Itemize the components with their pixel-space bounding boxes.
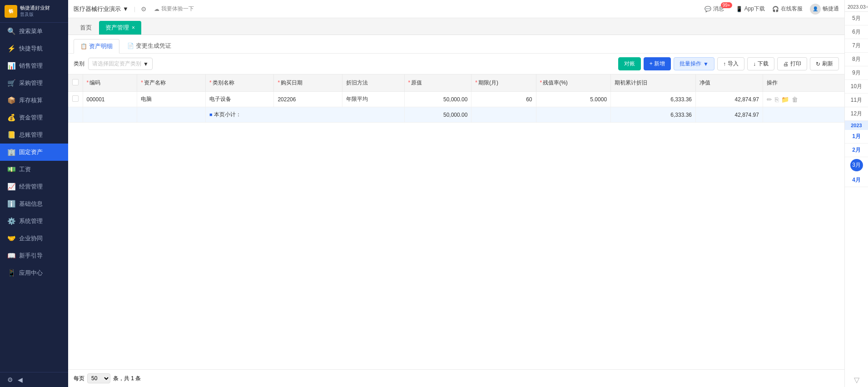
app-download-label: App下载	[744, 5, 765, 13]
settings-icon[interactable]: ⚙	[7, 376, 13, 383]
subtotal-empty3	[137, 107, 206, 123]
edit-icon[interactable]: ✏	[767, 96, 772, 103]
sidebar-item-sales[interactable]: 📊销售管理	[0, 57, 68, 74]
table-header-row: *编码 *资产名称 *类别名称 *购买日期 折旧方法 *原值 *期限(月) *残…	[68, 74, 844, 92]
copy-icon[interactable]: ⎘	[775, 96, 779, 103]
category-select[interactable]: 请选择固定资产类别 ▼	[88, 58, 153, 70]
sidebar-item-system[interactable]: ⚙️系统管理	[0, 213, 68, 230]
rp-month-item[interactable]: 8月	[845, 53, 868, 66]
rp-month-item[interactable]: 2月	[845, 144, 868, 157]
sidebar-item-guide[interactable]: 📖新手引导	[0, 247, 68, 264]
sidebar-item-basic-info[interactable]: ℹ️基础信息	[0, 195, 68, 213]
user-name: 畅捷通	[823, 5, 839, 13]
user-menu[interactable]: 👤 畅捷通	[810, 4, 839, 15]
rp-month-item[interactable]: 7月	[845, 39, 868, 53]
rp-month-item[interactable]: 1月	[845, 130, 868, 144]
sub-tabs: 📋 资产明细 📄 变更生成凭证	[68, 35, 844, 54]
sub-tab-voucher[interactable]: 📄 变更生成凭证	[120, 39, 178, 53]
rp-month-item[interactable]: 12月	[845, 107, 868, 121]
filter-placeholder: 请选择固定资产类别	[92, 60, 141, 68]
system-icon: ⚙️	[7, 217, 15, 225]
print-label: 打印	[790, 60, 801, 68]
header-category: *类别名称	[205, 74, 274, 92]
archive-icon[interactable]: 📁	[781, 96, 789, 103]
sidebar-item-fund[interactable]: 💰资金管理	[0, 109, 68, 126]
sidebar-item-app-center[interactable]: 📱应用中心	[0, 264, 68, 282]
sidebar-scroll: 🔍搜索菜单⚡快捷导航📊销售管理🛒采购管理📦库存核算💰资金管理📒总账管理🏢固定资产…	[0, 23, 68, 372]
sidebar-item-payroll[interactable]: 💵工资	[0, 161, 68, 178]
sidebar-item-enterprise[interactable]: 🤝企业协同	[0, 230, 68, 247]
import-icon: ↑	[723, 61, 726, 67]
row-checkbox-cell	[68, 92, 83, 107]
tab-asset-management[interactable]: 资产管理 ×	[99, 21, 141, 35]
reconcile-button[interactable]: 对账	[618, 57, 641, 70]
rp-month-item[interactable]: 9月	[845, 66, 868, 80]
asset-detail-icon: 📋	[80, 43, 87, 50]
payroll-icon: 💵	[7, 165, 15, 174]
download-button[interactable]: ↓ 下载	[747, 57, 774, 70]
cell-initial-accumulated: 6,333.36	[611, 92, 696, 107]
logo-text: 畅捷通好业财	[20, 5, 50, 11]
sidebar-item-inventory[interactable]: 📦库存核算	[0, 92, 68, 109]
sidebar-item-label: 销售管理	[19, 62, 43, 70]
rp-close-icon[interactable]: ×	[866, 4, 868, 10]
toolbar-right: 对账 + 新增 批量操作 ▼ ↑ 导入 ↓ 下载 🖨 打印	[618, 57, 839, 70]
rp-month-item[interactable]: 3月	[850, 159, 863, 172]
sidebar-item-fixed-asset[interactable]: 🏢固定资产	[0, 144, 68, 161]
topbar-divider: |	[134, 6, 135, 12]
sub-tab-voucher-label: 变更生成凭证	[136, 42, 171, 50]
rp-month-item[interactable]: 5月	[845, 12, 868, 25]
subtotal-empty5	[536, 107, 611, 123]
rp-down-icon[interactable]: ▽	[854, 376, 859, 384]
asset-table-wrap: *编码 *资产名称 *类别名称 *购买日期 折旧方法 *原值 *期限(月) *残…	[68, 74, 844, 369]
rp-month-item[interactable]: 11月	[845, 94, 868, 107]
sub-tab-asset-detail[interactable]: 📋 资产明细	[74, 39, 119, 54]
page-size-select[interactable]: 50 10 20 100	[87, 373, 110, 383]
app-download-button[interactable]: 📱 App下载	[736, 5, 765, 13]
rp-header: 2023.03 × ⟩	[845, 2, 868, 12]
experience-button[interactable]: ☁ 我要体验一下	[154, 5, 194, 13]
add-button[interactable]: + 新增	[644, 57, 671, 70]
message-icon: 💬	[704, 6, 711, 12]
sidebar-item-quick-nav[interactable]: ⚡快捷导航	[0, 40, 68, 57]
rp-month-item[interactable]: 10月	[845, 80, 868, 94]
settings-gear-icon[interactable]: ⚙	[141, 5, 147, 13]
tab-home-label: 首页	[80, 24, 92, 31]
cell-action: ✏ ⎘ 📁 🗑	[763, 92, 844, 107]
basic-info-icon: ℹ️	[7, 200, 15, 208]
sidebar-item-label: 新手引导	[19, 252, 43, 260]
tab-home[interactable]: 首页	[74, 21, 98, 35]
collapse-icon[interactable]: ◀	[18, 376, 23, 383]
sidebar-item-ledger[interactable]: 📒总账管理	[0, 126, 68, 144]
header-checkbox[interactable]	[72, 79, 79, 85]
quick-nav-icon: ⚡	[7, 45, 15, 53]
sidebar-item-label: 固定资产	[19, 148, 43, 156]
import-button[interactable]: ↑ 导入	[717, 57, 744, 70]
sidebar-item-label: 应用中心	[19, 269, 43, 277]
print-button[interactable]: 🖨 打印	[777, 57, 807, 70]
download-icon: 📱	[736, 6, 743, 12]
rp-month-item[interactable]: 6月	[845, 25, 868, 39]
message-button[interactable]: 💬 消息 99+	[704, 5, 729, 13]
subtotal-empty6	[763, 107, 844, 123]
sidebar-bottom: ⚙ ◀	[0, 372, 68, 387]
sidebar-item-business[interactable]: 📈经营管理	[0, 178, 68, 195]
sidebar-item-label: 搜索菜单	[19, 27, 43, 35]
batch-button[interactable]: 批量操作 ▼	[674, 57, 714, 70]
tab-close-icon[interactable]: ×	[132, 25, 135, 31]
subtotal-original-value: 50,000.00	[404, 107, 471, 123]
refresh-button[interactable]: ↻ 刷新	[810, 57, 839, 70]
category-label: 类别	[74, 60, 84, 68]
header-code: *编码	[83, 74, 137, 92]
delete-icon[interactable]: 🗑	[792, 96, 798, 103]
rp-month-item[interactable]: 4月	[845, 174, 868, 187]
sidebar-item-purchase[interactable]: 🛒采购管理	[0, 74, 68, 92]
sidebar-item-search[interactable]: 🔍搜索菜单	[0, 23, 68, 40]
sidebar-item-label: 总账管理	[19, 131, 43, 139]
subtotal-label: ■ 本页小计：	[205, 107, 404, 123]
online-service-button[interactable]: 🎧 在线客服	[772, 5, 803, 13]
row-checkbox[interactable]	[72, 95, 79, 102]
message-badge: 99+	[721, 2, 732, 8]
experience-text: 我要体验一下	[161, 5, 194, 13]
company-selector[interactable]: 医疗器械行业演示 ▼	[74, 5, 129, 13]
